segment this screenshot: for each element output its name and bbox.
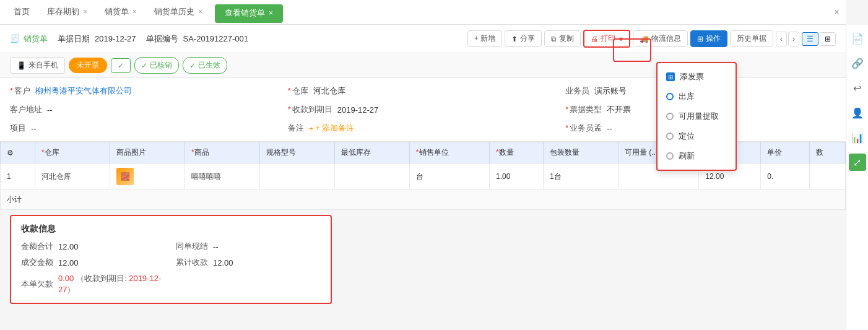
payment-date-value: 2019-12-27 (337, 105, 379, 115)
close-sales-tab[interactable]: × (132, 7, 137, 16)
tab-sales-label: 销货单 (105, 6, 129, 17)
new-button-label: + 新增 (474, 33, 495, 44)
copy-button[interactable]: ⧉ 复制 (544, 30, 581, 47)
tab-inventory-label: 库存期初 (47, 6, 79, 17)
address-field: 客户地址 -- (10, 104, 280, 115)
print-button[interactable]: 🖨 打印 ▾ (583, 30, 630, 48)
row-unit: 台 (409, 163, 489, 190)
col-image: 商品图片 (110, 142, 185, 163)
staff-value: 演示账号 (594, 85, 627, 97)
col-warehouse: 仓库 (35, 142, 110, 163)
sidebar-user-icon[interactable]: 👤 (849, 104, 866, 121)
col-spec: 规格型号 (259, 142, 334, 163)
salesperson-label: 业务员孟 (565, 123, 602, 134)
close-history-tab[interactable]: × (198, 7, 202, 16)
row-warehouse: 河北仓库 (35, 163, 110, 190)
mobile-icon: 📱 (17, 61, 26, 70)
col-settings[interactable]: ⚙ (1, 142, 35, 163)
add-invoice-item[interactable]: ⊞ 添发票 (658, 67, 736, 87)
warehouse-field: 仓库 河北仓库 (288, 85, 558, 97)
sold-btn[interactable]: ✓ 已核销 (134, 57, 179, 74)
window-close-button[interactable]: × (834, 7, 840, 18)
refresh-icon (666, 152, 674, 160)
doc-date-value: 2019-12-27 (95, 34, 136, 43)
tab-home-label: 首页 (14, 6, 30, 17)
operations-dropdown: ⊞ 添发票 出库 可用量提取 定位 刷新 (656, 62, 737, 171)
row-package-qty: 1台 (544, 163, 618, 190)
history-button-label: 历史单据 (737, 33, 766, 44)
doc-date-label: 单据日期 (58, 33, 90, 45)
salesperson-value: -- (607, 124, 612, 133)
payment-date-field: 收款到期日 2019-12-27 (288, 104, 558, 115)
effect-icon: ✓ (189, 61, 196, 70)
grid-view-button[interactable]: ⊞ (820, 32, 836, 46)
copy-icon: ⧉ (551, 35, 557, 43)
mobile-btn[interactable]: 📱 来自手机 (10, 57, 65, 74)
doc-icon: 🧾 (10, 34, 20, 43)
right-sidebar: 📄 🔗 ↩ 👤 📊 ⤢ (846, 25, 868, 309)
share-button-label: 分享 (520, 33, 535, 44)
note-label: 备注 (288, 123, 304, 134)
same-settlement-value: -- (213, 242, 219, 251)
sidebar-doc-icon[interactable]: 📄 (849, 30, 866, 47)
refresh-item[interactable]: 刷新 (658, 146, 736, 166)
row-quantity: 1.00 (490, 163, 544, 190)
close-inventory-tab[interactable]: × (83, 7, 87, 16)
total-amount-label: 金额合计 (21, 241, 53, 252)
tab-history[interactable]: 销货单历史 × (145, 0, 211, 25)
prev-doc-button[interactable]: ‹ (776, 32, 787, 46)
available-qty-item[interactable]: 可用量提取 (658, 106, 736, 126)
next-doc-button[interactable]: › (788, 32, 799, 46)
tab-view-sales[interactable]: 查看销货单 × (215, 4, 283, 23)
transaction-amount-label: 成交金额 (21, 257, 53, 268)
col-extra: 数 (810, 142, 846, 163)
sidebar-refresh-icon[interactable]: ↩ (849, 79, 866, 97)
tab-history-label: 销货单历史 (154, 6, 194, 17)
refresh-label: 刷新 (679, 150, 695, 162)
note-field: 备注 + + 添加备注 (288, 123, 558, 134)
available-qty-label: 可用量提取 (679, 111, 719, 122)
history-button[interactable]: 历史单据 (730, 30, 773, 47)
list-view-button[interactable]: ☰ (802, 32, 818, 46)
print-dropdown-arrow[interactable]: ▾ (619, 35, 623, 43)
sidebar-expand-icon[interactable]: ⤢ (849, 154, 866, 171)
payment-title: 收款信息 (21, 224, 321, 235)
customer-value[interactable]: 柳州粤港平安气体有限公司 (35, 85, 132, 97)
ticket-type-label: 票据类型 (565, 104, 602, 115)
copy-button-label: 复制 (559, 33, 574, 44)
row-image: 🧱 (110, 163, 185, 190)
operations-icon: ⊞ (697, 35, 703, 43)
tab-home[interactable]: 首页 (5, 0, 38, 25)
available-qty-icon (666, 113, 674, 120)
sidebar-stats-icon[interactable]: 📊 (849, 129, 866, 146)
add-invoice-label: 添发票 (680, 71, 704, 82)
operations-button-label: 操作 (706, 33, 721, 44)
tab-view-sales-label: 查看销货单 (225, 7, 265, 19)
warehouse-label: 仓库 (288, 85, 308, 97)
mobile-label: 来自手机 (28, 60, 58, 71)
row-price: 0. (761, 163, 810, 190)
close-view-tab[interactable]: × (269, 9, 273, 17)
payment-grid: 金额合计 12.00 同单现结 -- 成交金额 12.00 累计收款 12.00… (21, 241, 321, 295)
effect-btn[interactable]: ✓ 已生效 (183, 57, 227, 74)
payment-date-label: 收款到期日 (288, 104, 332, 115)
same-settlement-row: 同单现结 -- (176, 241, 321, 252)
col-price: 单价 (761, 142, 810, 163)
sidebar-link-icon[interactable]: 🔗 (849, 54, 866, 72)
share-button[interactable]: ⬆ 分享 (505, 30, 542, 47)
sold-label: 已核销 (150, 60, 172, 71)
confirmed-btn[interactable]: ✓ (111, 58, 131, 73)
col-quantity: 数量 (490, 142, 544, 163)
logistics-button-label: 物流信息 (651, 33, 681, 44)
cumulative-label: 累计收款 (176, 257, 208, 268)
operations-button[interactable]: ⊞ 操作 (690, 30, 727, 47)
address-value: -- (47, 105, 53, 115)
outbound-item[interactable]: 出库 (658, 87, 736, 106)
tab-inventory[interactable]: 库存期初 × (38, 0, 96, 25)
new-button[interactable]: + 新增 (467, 30, 502, 47)
add-note-button[interactable]: + + 添加备注 (309, 123, 355, 134)
not-open-btn[interactable]: 未开票 (69, 58, 107, 73)
logistics-button[interactable]: 🚚 物流信息 (633, 30, 688, 47)
locate-item[interactable]: 定位 (658, 126, 736, 146)
tab-sales[interactable]: 销货单 × (96, 0, 145, 25)
